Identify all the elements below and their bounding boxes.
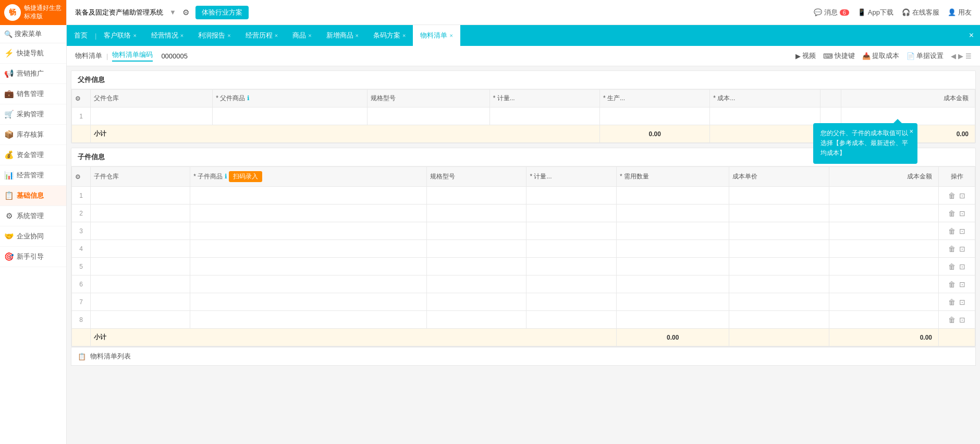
child-spec-7[interactable] xyxy=(427,293,526,311)
sidebar-item-jichu[interactable]: 📋 基础信息 xyxy=(0,186,66,206)
child-warehouse-5[interactable] xyxy=(91,258,190,275)
close-history-tab[interactable]: × xyxy=(275,25,278,46)
tooltip-close[interactable]: × xyxy=(909,126,913,137)
close-operation-tab[interactable]: × xyxy=(180,25,183,46)
parent-product-1[interactable] xyxy=(213,107,368,125)
sidebar-item-xiaoshou[interactable]: 💼 销售管理 xyxy=(0,84,66,104)
child-warehouse-8[interactable] xyxy=(91,311,190,329)
copy-icon-1[interactable]: ⊡ xyxy=(959,191,965,200)
app-item[interactable]: 📱 App下载 xyxy=(858,8,893,17)
child-qty-5[interactable] xyxy=(617,258,729,275)
copy-icon-2[interactable]: ⊡ xyxy=(959,209,965,218)
tab-home[interactable]: 首页 xyxy=(67,25,95,46)
delete-icon-7[interactable]: 🗑 xyxy=(948,298,956,306)
sidebar-item-zijin[interactable]: 💰 资金管理 xyxy=(0,145,66,165)
tab-customer[interactable]: 客户联络 × xyxy=(96,25,143,46)
child-qty-8[interactable] xyxy=(617,311,729,329)
child-spec-4[interactable] xyxy=(427,240,526,258)
child-unit-8[interactable] xyxy=(526,311,617,329)
sidebar-item-caigou[interactable]: 🛒 采购管理 xyxy=(0,104,66,125)
child-warehouse-2[interactable] xyxy=(91,205,190,222)
copy-icon-3[interactable]: ⊡ xyxy=(959,227,965,235)
breadcrumb-bom[interactable]: 物料清单 xyxy=(75,51,102,61)
child-unit-cost-5[interactable] xyxy=(729,258,829,275)
close-all-tabs-btn[interactable]: × xyxy=(963,31,980,40)
child-unit-cost-7[interactable] xyxy=(729,293,829,311)
child-product-5[interactable] xyxy=(190,258,427,275)
child-product-3[interactable] xyxy=(190,222,427,240)
child-unit-cost-6[interactable] xyxy=(729,275,829,293)
child-unit-cost-8[interactable] xyxy=(729,311,829,329)
delete-icon-1[interactable]: 🗑 xyxy=(948,191,956,200)
breadcrumb-bom-code[interactable]: 物料清单编码 xyxy=(112,50,153,62)
child-unit-1[interactable] xyxy=(526,187,617,205)
close-bom-tab[interactable]: × xyxy=(449,25,452,46)
parent-warehouse-1[interactable] xyxy=(91,107,213,125)
close-barcode-tab[interactable]: × xyxy=(402,25,406,46)
close-profit-tab[interactable]: × xyxy=(227,25,230,46)
sidebar-item-xitong[interactable]: ⚙ 系统管理 xyxy=(0,206,66,226)
child-product-2[interactable] xyxy=(190,205,427,222)
child-qty-6[interactable] xyxy=(617,275,729,293)
child-qty-4[interactable] xyxy=(617,240,729,258)
scan-button[interactable]: 扫码录入 xyxy=(229,171,262,182)
child-spec-5[interactable] xyxy=(427,258,526,275)
copy-icon-4[interactable]: ⊡ xyxy=(959,245,965,253)
tab-barcode[interactable]: 条码方案 × xyxy=(366,25,413,46)
child-unit-2[interactable] xyxy=(526,205,617,222)
child-unit-5[interactable] xyxy=(526,258,617,275)
close-new-product-tab[interactable]: × xyxy=(356,25,359,46)
service-item[interactable]: 🎧 在线客服 xyxy=(902,8,939,17)
delete-icon-4[interactable]: 🗑 xyxy=(948,245,956,253)
tab-operation[interactable]: 经营情况 × xyxy=(144,25,191,46)
delete-icon-2[interactable]: 🗑 xyxy=(948,209,956,218)
child-product-4[interactable] xyxy=(190,240,427,258)
child-unit-6[interactable] xyxy=(526,275,617,293)
child-spec-6[interactable] xyxy=(427,275,526,293)
dropdown-icon[interactable]: ▼ xyxy=(169,8,176,16)
search-menu[interactable]: 🔍 搜索菜单 xyxy=(0,25,66,43)
child-warehouse-6[interactable] xyxy=(91,275,190,293)
child-qty-2[interactable] xyxy=(617,205,729,222)
copy-icon-6[interactable]: ⊡ xyxy=(959,280,965,289)
setting-btn[interactable]: 📄 单据设置 xyxy=(906,51,944,61)
close-product-tab[interactable]: × xyxy=(308,25,311,46)
copy-icon-7[interactable]: ⊡ xyxy=(959,298,965,306)
sidebar-item-kuaijie[interactable]: ⚡ 快捷导航 xyxy=(0,43,66,64)
shortcut-btn[interactable]: ⌨ 快捷键 xyxy=(823,51,855,61)
menu-icon[interactable]: ☰ xyxy=(965,52,972,60)
sidebar-item-kucun[interactable]: 📦 库存核算 xyxy=(0,125,66,145)
parent-cost-1[interactable] xyxy=(710,107,820,125)
sidebar-item-yingxiao[interactable]: 📢 营销推广 xyxy=(0,64,66,84)
sidebar-item-jingying[interactable]: 📊 经营管理 xyxy=(0,165,66,186)
child-qty-7[interactable] xyxy=(617,293,729,311)
tab-profit[interactable]: 利润报告 × xyxy=(191,25,238,46)
parent-production-1[interactable] xyxy=(599,107,709,125)
child-warehouse-4[interactable] xyxy=(91,240,190,258)
sidebar-item-xinshou[interactable]: 🎯 新手引导 xyxy=(0,247,66,267)
child-unit-7[interactable] xyxy=(526,293,617,311)
child-spec-3[interactable] xyxy=(427,222,526,240)
parent-col-settings[interactable]: ⚙ xyxy=(72,90,91,107)
child-spec-1[interactable] xyxy=(427,187,526,205)
cost-btn[interactable]: 📥 提取成本 xyxy=(862,51,899,61)
sidebar-item-qiye[interactable]: 🤝 企业协同 xyxy=(0,226,66,247)
child-product-1[interactable] xyxy=(190,187,427,205)
parent-unit-1[interactable] xyxy=(489,107,599,125)
close-customer-tab[interactable]: × xyxy=(133,25,136,46)
child-warehouse-3[interactable] xyxy=(91,222,190,240)
next-arrow[interactable]: ▶ xyxy=(958,52,963,60)
tab-history[interactable]: 经营历程 × xyxy=(238,25,285,46)
child-spec-2[interactable] xyxy=(427,205,526,222)
prev-arrow[interactable]: ◀ xyxy=(951,52,956,60)
child-unit-cost-3[interactable] xyxy=(729,222,829,240)
child-product-7[interactable] xyxy=(190,293,427,311)
delete-icon-8[interactable]: 🗑 xyxy=(948,316,956,324)
tab-product[interactable]: 商品 × xyxy=(285,25,318,46)
settings-icon[interactable]: ⚙ xyxy=(182,8,189,17)
child-spec-8[interactable] xyxy=(427,311,526,329)
child-unit-3[interactable] xyxy=(526,222,617,240)
child-qty-1[interactable] xyxy=(617,187,729,205)
child-col-settings[interactable]: ⚙ xyxy=(72,167,91,187)
trial-button[interactable]: 体验行业方案 xyxy=(195,6,249,19)
